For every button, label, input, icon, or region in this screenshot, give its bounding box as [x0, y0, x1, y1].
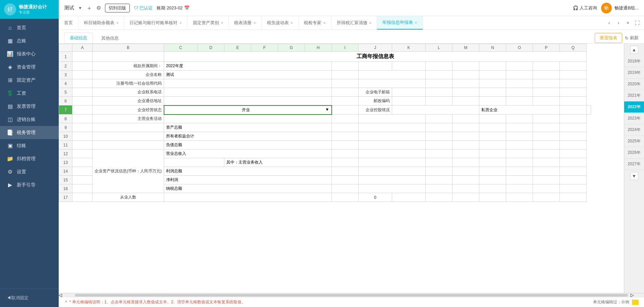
- cell-15O[interactable]: [506, 176, 533, 184]
- col-header-D[interactable]: D: [198, 44, 224, 52]
- scroll-track[interactable]: [75, 294, 628, 297]
- col-header-B[interactable]: B: [93, 44, 164, 52]
- col-header-Q[interactable]: Q: [560, 44, 587, 52]
- cell-11M[interactable]: [452, 141, 479, 149]
- cell-11N[interactable]: [479, 141, 506, 149]
- cell-13M[interactable]: [452, 158, 479, 167]
- cell-14M[interactable]: [452, 167, 479, 176]
- cell-13Q[interactable]: [560, 158, 587, 167]
- cell-16O[interactable]: [506, 184, 533, 193]
- refresh-btn[interactable]: ↻ 刷新: [625, 35, 639, 41]
- col-header-H[interactable]: H: [305, 44, 332, 52]
- cell-8I[interactable]: [332, 115, 359, 123]
- cell-9L[interactable]: [426, 123, 452, 132]
- cell-16L[interactable]: [426, 184, 452, 193]
- cell-2O[interactable]: [506, 62, 533, 71]
- cell-16Q[interactable]: [560, 184, 587, 193]
- cell-12J[interactable]: [359, 149, 426, 158]
- cell-5K[interactable]: [392, 88, 426, 97]
- cell-6K[interactable]: [392, 97, 426, 105]
- cell-4L[interactable]: [426, 79, 452, 88]
- cell-8P[interactable]: [533, 115, 560, 123]
- cell-13A[interactable]: [72, 158, 93, 167]
- cell-10A[interactable]: [72, 132, 93, 141]
- cell-13I[interactable]: [332, 158, 359, 167]
- cell-3C[interactable]: 测试: [164, 71, 332, 79]
- sidebar-item-settings[interactable]: ⚙设置: [0, 165, 59, 178]
- cell-9P[interactable]: [533, 123, 560, 132]
- cell-7A[interactable]: [72, 105, 93, 115]
- cell-8A[interactable]: [72, 115, 93, 123]
- cell-14J[interactable]: [359, 167, 426, 176]
- cell-6P[interactable]: [533, 97, 560, 105]
- cell-15N[interactable]: [479, 176, 506, 184]
- cell-10L[interactable]: [426, 132, 452, 141]
- cell-11I[interactable]: [332, 141, 359, 149]
- cell-17L[interactable]: [426, 193, 452, 202]
- cell-2I[interactable]: [332, 62, 359, 71]
- cell-16I[interactable]: [332, 184, 359, 193]
- cell-1B[interactable]: [93, 52, 164, 62]
- cell-17C[interactable]: [164, 193, 332, 202]
- row-header-16[interactable]: 16: [59, 184, 72, 193]
- cell-12N[interactable]: [479, 149, 506, 158]
- cell-4Q[interactable]: [560, 79, 587, 88]
- cell-8Q[interactable]: [560, 115, 587, 123]
- cell-16N[interactable]: [479, 184, 506, 193]
- tab-scroll-left-btn[interactable]: ‹: [605, 19, 613, 27]
- sidebar-item-invoice[interactable]: ▤发票管理: [0, 100, 59, 113]
- cell-13J[interactable]: [359, 158, 426, 167]
- col-header-J[interactable]: J: [359, 44, 392, 52]
- year-item-2021[interactable]: 2021年: [624, 90, 644, 101]
- col-header-C[interactable]: C: [164, 44, 198, 52]
- cell-16M[interactable]: [452, 184, 479, 193]
- cell-5N[interactable]: [479, 88, 506, 97]
- tab-close-btn[interactable]: ×: [116, 21, 118, 25]
- cell-10J[interactable]: [359, 132, 426, 141]
- cell-10B[interactable]: [93, 132, 164, 141]
- cell-6M[interactable]: [452, 97, 479, 105]
- cell-8C[interactable]: [164, 115, 332, 123]
- sidebar-item-funds[interactable]: ◈资金管理: [0, 60, 59, 74]
- cell-15P[interactable]: [533, 176, 560, 184]
- col-header-K[interactable]: K: [392, 44, 426, 52]
- cell-4M[interactable]: [452, 79, 479, 88]
- cell-7J[interactable]: 企业控股情况: [359, 105, 392, 115]
- cell-13N[interactable]: [479, 158, 506, 167]
- cell-6L[interactable]: [426, 97, 452, 105]
- col-header-L[interactable]: L: [426, 44, 452, 52]
- row-header-15[interactable]: 15: [59, 176, 72, 184]
- cell-16P[interactable]: [533, 184, 560, 193]
- workspace-dropdown-btn[interactable]: ▼: [78, 6, 82, 10]
- cell-15M[interactable]: [452, 176, 479, 184]
- spreadsheet[interactable]: A B C D E F G H I J K L: [59, 44, 624, 293]
- cell-2B[interactable]: 税款所属期间：: [93, 62, 164, 71]
- cell-14Q[interactable]: [560, 167, 587, 176]
- row-header-13[interactable]: 13: [59, 158, 72, 167]
- cell-4A[interactable]: [72, 79, 93, 88]
- cell-8O[interactable]: [506, 115, 533, 123]
- cell-3O[interactable]: [506, 71, 533, 79]
- cell-4N[interactable]: [479, 79, 506, 88]
- switch-version-btn[interactable]: 切到旧版: [105, 4, 130, 12]
- row-header-2[interactable]: 2: [59, 62, 72, 71]
- cell-10N[interactable]: [479, 132, 506, 141]
- tab-close-btn[interactable]: ×: [323, 21, 325, 25]
- cell-10M[interactable]: [452, 132, 479, 141]
- cell-15Q[interactable]: [560, 176, 587, 184]
- cell-17N[interactable]: [479, 193, 506, 202]
- tab-close-btn[interactable]: ×: [291, 21, 293, 25]
- cell-2L[interactable]: [426, 62, 452, 71]
- cell-9Q[interactable]: [560, 123, 587, 132]
- cell-17K[interactable]: [392, 193, 426, 202]
- cell-12A[interactable]: [72, 149, 93, 158]
- cell-14I[interactable]: [332, 167, 359, 176]
- cell-8M[interactable]: [452, 115, 479, 123]
- cell-2J[interactable]: [359, 62, 392, 71]
- cell-7C-dropdown[interactable]: 开业 ▼: [164, 105, 332, 115]
- cell-6A[interactable]: [72, 97, 93, 105]
- year-item-2027[interactable]: 2027年: [624, 159, 644, 170]
- cell-15I[interactable]: [332, 176, 359, 184]
- cell-15J[interactable]: [359, 176, 426, 184]
- cell-3I[interactable]: [332, 71, 359, 79]
